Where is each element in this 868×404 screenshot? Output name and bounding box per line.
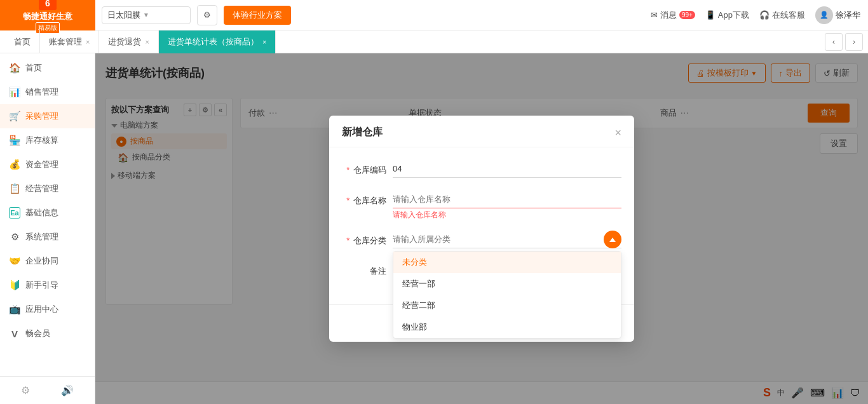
headset-icon: 🎧 bbox=[759, 10, 770, 20]
sidebar-item-inventory[interactable]: 🏪 库存核算 bbox=[0, 128, 95, 152]
sidebar-operations-label: 经营管理 bbox=[25, 183, 58, 194]
warehouse-category-select-wrap bbox=[393, 231, 621, 248]
modal-close-icon[interactable]: × bbox=[614, 127, 621, 138]
logo-area: 6 畅捷通好生意 精易版 bbox=[0, 0, 95, 30]
content-area: 进货单统计(按商品) 🖨 按模板打印 ▼ ↑ 导出 ↺ 刷新 bbox=[95, 53, 868, 404]
guide-icon: 🔰 bbox=[9, 279, 20, 291]
tab-account[interactable]: 账套管理 × bbox=[40, 30, 99, 53]
warehouse-name-wrap: 请输入仓库名称 bbox=[393, 191, 621, 220]
dropdown-item-2[interactable]: 经营二部 bbox=[393, 295, 621, 316]
warehouse-name-label: * 仓库名称 bbox=[342, 191, 393, 211]
sidebar-item-basic-info[interactable]: Ea 基础信息 bbox=[0, 201, 95, 225]
warehouse-code-input[interactable] bbox=[393, 160, 621, 178]
sidebar-vip-label: 畅会员 bbox=[25, 328, 50, 339]
user-info[interactable]: 👤 徐泽华 bbox=[815, 6, 860, 24]
avatar: 👤 bbox=[815, 6, 833, 24]
sidebar-guide-label: 新手引导 bbox=[25, 279, 58, 291]
warehouse-name-input[interactable] bbox=[393, 191, 621, 208]
sidebar-bottom: ⚙ 🔊 bbox=[0, 376, 95, 404]
tab-home[interactable]: 首页 bbox=[5, 30, 40, 53]
required-star-2: * bbox=[346, 196, 349, 205]
sidebar-item-finance[interactable]: 💰 资金管理 bbox=[0, 152, 95, 177]
operations-icon: 📋 bbox=[9, 183, 20, 194]
modal-title: 新增仓库 bbox=[342, 126, 383, 139]
category-dropdown-list: 未分类 经营一部 经营二部 物业部 bbox=[393, 251, 621, 339]
vip-icon: V bbox=[9, 328, 20, 339]
warehouse-code-label: * 仓库编码 bbox=[342, 160, 393, 180]
tab-purchase-stats[interactable]: 进货单统计表（按商品） × bbox=[159, 30, 276, 53]
sidebar-item-enterprise[interactable]: 🤝 企业协同 bbox=[0, 249, 95, 273]
online-service-label: 在线客服 bbox=[772, 10, 805, 21]
tab-home-label: 首页 bbox=[14, 36, 31, 48]
tab-purchase-return-close-icon[interactable]: × bbox=[145, 38, 149, 46]
sidebar-purchase-label: 采购管理 bbox=[25, 111, 58, 122]
online-service-button[interactable]: 🎧 在线客服 bbox=[759, 10, 805, 21]
sidebar-enterprise-label: 企业协同 bbox=[25, 255, 58, 267]
required-star-1: * bbox=[346, 165, 349, 175]
sidebar-speaker-icon[interactable]: 🔊 bbox=[61, 384, 74, 396]
warehouse-category-input[interactable] bbox=[393, 231, 621, 248]
sidebar-sales-label: 销售管理 bbox=[25, 86, 58, 98]
sales-icon: 📊 bbox=[9, 86, 20, 98]
tab-prev-icon[interactable]: ‹ bbox=[825, 33, 843, 51]
sidebar-settings-icon[interactable]: ⚙ bbox=[21, 384, 30, 396]
category-dropdown-arrow[interactable] bbox=[604, 231, 621, 248]
enterprise-icon: 🤝 bbox=[9, 255, 20, 267]
message-icon: ✉ bbox=[651, 10, 658, 20]
basic-info-icon: Ea bbox=[9, 207, 20, 219]
tab-next-icon[interactable]: › bbox=[845, 33, 863, 51]
logo-title: 畅捷通好生意 bbox=[23, 11, 72, 22]
sidebar-inventory-label: 库存核算 bbox=[25, 135, 58, 146]
tab-purchase-stats-label: 进货单统计表（按商品） bbox=[168, 36, 259, 48]
tab-purchase-return[interactable]: 进货退货 × bbox=[99, 30, 158, 53]
sidebar-item-vip[interactable]: V 畅会员 bbox=[0, 321, 95, 346]
add-warehouse-modal: 新增仓库 × * 仓库编码 bbox=[329, 116, 634, 342]
tab-account-close-icon[interactable]: × bbox=[86, 38, 90, 46]
sidebar-item-purchase[interactable]: 🛒 采购管理 bbox=[0, 104, 95, 128]
top-header: 6 畅捷通好生意 精易版 日太阳膜 ▼ ⚙ 体验行业方案 ✉ 消息 99+ 📱 … bbox=[0, 0, 868, 30]
app-download-button[interactable]: 📱 App下载 bbox=[705, 10, 749, 21]
sidebar-basic-info-label: 基础信息 bbox=[25, 207, 58, 219]
username: 徐泽华 bbox=[836, 10, 860, 21]
modal-overlay: 新增仓库 × * 仓库编码 bbox=[95, 53, 868, 404]
finance-icon: 💰 bbox=[9, 159, 20, 170]
dropdown-item-3[interactable]: 物业部 bbox=[393, 316, 621, 338]
notification-badge: 99+ bbox=[679, 11, 695, 19]
tab-account-label: 账套管理 bbox=[49, 36, 82, 48]
store-arrow-icon: ▼ bbox=[143, 11, 149, 18]
app-center-icon: 📺 bbox=[9, 304, 20, 315]
tab-bar: 首页 账套管理 × 进货退货 × 进货单统计表（按商品） × ‹ › bbox=[0, 30, 868, 53]
sidebar-home-label: 首页 bbox=[25, 62, 42, 74]
dropdown-item-1[interactable]: 经营一部 bbox=[393, 273, 621, 295]
warehouse-code-wrap bbox=[393, 160, 621, 178]
header-right: ✉ 消息 99+ 📱 App下载 🎧 在线客服 👤 徐泽华 bbox=[651, 6, 860, 24]
tab-actions: ‹ › bbox=[825, 33, 863, 51]
sidebar-item-home[interactable]: 🏠 首页 bbox=[0, 56, 95, 80]
trial-button[interactable]: 体验行业方案 bbox=[224, 6, 291, 25]
system-icon: ⚙ bbox=[9, 231, 20, 243]
sidebar-system-label: 系统管理 bbox=[25, 231, 58, 243]
main-layout: 🏠 首页 📊 销售管理 🛒 采购管理 🏪 库存核算 💰 资金管理 📋 经营管理 … bbox=[0, 53, 868, 404]
sidebar-item-sales[interactable]: 📊 销售管理 bbox=[0, 80, 95, 104]
store-name: 日太阳膜 bbox=[107, 10, 140, 21]
settings-icon[interactable]: ⚙ bbox=[197, 5, 217, 25]
store-selector[interactable]: 日太阳膜 ▼ bbox=[102, 6, 191, 24]
messages-button[interactable]: ✉ 消息 99+ bbox=[651, 10, 695, 21]
tab-purchase-return-label: 进货退货 bbox=[108, 36, 141, 48]
purchase-icon: 🛒 bbox=[9, 111, 20, 122]
sidebar-item-guide[interactable]: 🔰 新手引导 bbox=[0, 273, 95, 297]
app-download-label: App下载 bbox=[718, 10, 749, 21]
dropdown-item-0[interactable]: 未分类 bbox=[393, 252, 621, 273]
modal-body: * 仓库编码 * 仓库名称 bbox=[329, 147, 634, 304]
warehouse-name-row: * 仓库名称 请输入仓库名称 bbox=[342, 191, 621, 220]
required-star-3: * bbox=[346, 236, 349, 245]
warehouse-category-label: * 仓库分类 bbox=[342, 231, 393, 251]
tab-purchase-stats-close-icon[interactable]: × bbox=[262, 38, 266, 46]
sidebar-item-operations[interactable]: 📋 经营管理 bbox=[0, 177, 95, 201]
notes-label: 备注 bbox=[342, 261, 393, 281]
sidebar-app-center-label: 应用中心 bbox=[25, 304, 58, 315]
sidebar-item-app-center[interactable]: 📺 应用中心 bbox=[0, 297, 95, 321]
home-icon: 🏠 bbox=[9, 62, 20, 74]
sidebar-item-system[interactable]: ⚙ 系统管理 bbox=[0, 225, 95, 249]
modal-header: 新增仓库 × bbox=[329, 116, 634, 147]
